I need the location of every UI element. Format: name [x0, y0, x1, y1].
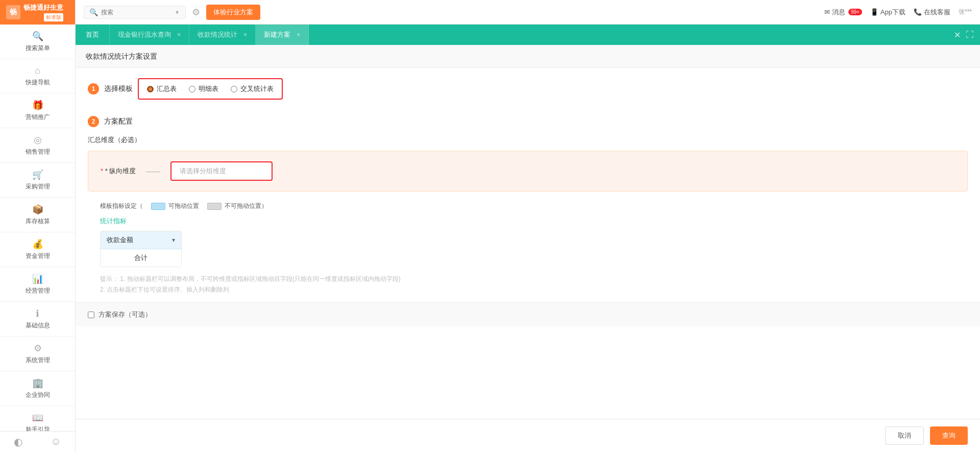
sidebar-item-operation[interactable]: 📊 经营管理: [0, 267, 75, 302]
indicator-section-label: 统计指标: [100, 217, 955, 226]
template-radio-group: 汇总表 明细表 交叉统计表: [138, 78, 283, 100]
required-star: *: [101, 167, 103, 175]
indicator-table: 收款金额 ▾ 合计: [100, 231, 182, 267]
username-label: 张***: [959, 8, 972, 16]
dimension-section-title: 汇总维度（必选）: [88, 135, 968, 145]
finance-icon: 💰: [32, 239, 43, 250]
trial-button[interactable]: 体验行业方案: [206, 5, 260, 20]
section1-header: 1 选择模板 汇总表 明细表 交叉统计表: [88, 78, 968, 100]
vertical-dimension-label: * * 纵向维度: [101, 166, 136, 176]
tab-expand-button[interactable]: ⛶: [966, 30, 974, 39]
app-icon: 📱: [870, 8, 878, 16]
search-input[interactable]: [101, 9, 173, 16]
tab-bar-actions: ✕ ⛶: [948, 25, 980, 45]
sidebar-item-finance[interactable]: 💰 资金管理: [0, 232, 75, 267]
indicator-header[interactable]: 收款金额 ▾: [101, 231, 181, 249]
legend-draggable: 可拖动位置: [151, 202, 199, 210]
sidebar-item-sales[interactable]: ◎ 销售管理: [0, 128, 75, 163]
logo-text: 畅捷通好生意 标准版: [23, 3, 63, 21]
dimension-selector[interactable]: 请选择分组维度: [170, 161, 273, 181]
tab-bar: 首页 现金银行流水查询 × 收款情况统计 × 新建方案 × ✕ ⛶: [76, 25, 980, 45]
operation-icon: 📊: [32, 273, 43, 284]
section1-number: 1: [88, 83, 99, 94]
tab-new-plan[interactable]: 新建方案 ×: [256, 25, 309, 45]
customer-service-item[interactable]: 📞 在线客服: [914, 8, 950, 17]
save-option-label: 方案保存（可选）: [99, 310, 152, 319]
sidebar-item-basic[interactable]: ℹ 基础信息: [0, 302, 75, 337]
sidebar-item-search-menu[interactable]: 🔍 搜索菜单: [0, 25, 75, 59]
sales-icon: ◎: [34, 134, 42, 146]
legend-non-draggable: 不可拖动位置）: [207, 202, 267, 210]
tab-bank-flow[interactable]: 现金银行流水查询 ×: [110, 25, 189, 45]
sidebar-item-quick-nav[interactable]: ⌂ 快捷导航: [0, 59, 75, 93]
radio-detail-input[interactable]: [189, 86, 195, 92]
radio-summary[interactable]: 汇总表: [147, 84, 177, 93]
sidebar-item-purchase[interactable]: 🛒 采购管理: [0, 163, 75, 198]
main-area: 🔍 ▾ ⚙ 体验行业方案 ✉ 消息 99+ 📱 App下载 📞 在线客服 张**…: [76, 0, 980, 452]
tab-home[interactable]: 首页: [76, 25, 110, 45]
dimension-area: * * 纵向维度 —— 请选择分组维度: [88, 151, 968, 192]
message-badge: 99+: [848, 9, 862, 15]
indicator-legend: 模板指标设定（ 可拖动位置 不可拖动位置）: [100, 202, 955, 210]
cancel-button[interactable]: 取消: [885, 426, 924, 445]
draggable-box: [151, 203, 165, 210]
message-item[interactable]: ✉ 消息 99+: [824, 8, 862, 17]
system-icon: ⚙: [34, 343, 42, 354]
sidebar-item-enterprise[interactable]: 🏢 企业协同: [0, 371, 75, 406]
search-menu-icon: 🔍: [32, 31, 43, 42]
tip-2: 2. 点击标题栏下拉可设置排序、插入列和删除列: [100, 286, 955, 294]
save-checkbox[interactable]: [88, 312, 94, 318]
settings-icon[interactable]: ⚙: [192, 7, 200, 18]
radio-detail[interactable]: 明细表: [189, 84, 218, 93]
tab-close-all-button[interactable]: ✕: [954, 30, 961, 40]
sidebar-menu: 🔍 搜索菜单 ⌂ 快捷导航 🎁 营销推广 ◎ 销售管理 🛒 采购管理 📦 库存核…: [0, 25, 75, 431]
content-area: 收款情况统计方案设置 1 选择模板 汇总表 明细表: [76, 45, 980, 452]
sidebar-item-system[interactable]: ⚙ 系统管理: [0, 337, 75, 371]
basic-icon: ℹ: [36, 308, 39, 319]
guide-icon: 📖: [32, 412, 43, 423]
header-right: ✉ 消息 99+ 📱 App下载 📞 在线客服 张***: [824, 8, 972, 17]
customer-service-icon: 📞: [914, 8, 922, 16]
message-icon: ✉: [824, 8, 830, 16]
inventory-icon: 📦: [32, 204, 43, 215]
sidebar-item-marketing[interactable]: 🎁 营销推广: [0, 93, 75, 128]
sidebar-item-inventory[interactable]: 📦 库存核算: [0, 198, 75, 232]
section2-header: 2 方案配置: [88, 116, 968, 127]
dimension-arrow: ——: [146, 167, 160, 175]
dimension-row: * * 纵向维度 —— 请选择分组维度: [101, 161, 955, 181]
sidebar: 畅 畅捷通好生意 标准版 🔍 搜索菜单 ⌂ 快捷导航 🎁 营销推广 ◎ 销售管理…: [0, 0, 76, 452]
enterprise-icon: 🏢: [32, 377, 43, 389]
sidebar-item-guide[interactable]: 📖 新手引导: [0, 406, 75, 431]
section-template: 1 选择模板 汇总表 明细表 交叉统计表: [76, 68, 980, 108]
radio-cross-input[interactable]: [231, 86, 237, 92]
search-icon: 🔍: [89, 8, 98, 16]
radio-summary-input[interactable]: [147, 86, 154, 92]
search-bar[interactable]: 🔍 ▾: [84, 6, 186, 19]
app-download-item[interactable]: 📱 App下载: [870, 8, 905, 17]
sidebar-bottom-icon1[interactable]: ◐: [14, 436, 22, 448]
radio-cross[interactable]: 交叉统计表: [231, 84, 274, 93]
tip-1: 提示： 1. 拖动标题栏可以调整布局，不可跨维度或指标区域拖动目字段(只能在同一…: [100, 275, 955, 283]
tab-payment-stats[interactable]: 收款情况统计 ×: [189, 25, 256, 45]
tips-area: 提示： 1. 拖动标题栏可以调整布局，不可跨维度或指标区域拖动目字段(只能在同一…: [88, 269, 968, 302]
top-header: 🔍 ▾ ⚙ 体验行业方案 ✉ 消息 99+ 📱 App下载 📞 在线客服 张**…: [76, 0, 980, 25]
sidebar-bottom-icon2[interactable]: ☺: [51, 436, 61, 448]
indicator-row-total: 合计: [101, 249, 181, 267]
footer-bar: 取消 查询: [76, 419, 980, 452]
tab-payment-stats-close[interactable]: ×: [243, 31, 247, 38]
section1-title: 选择模板: [104, 84, 133, 93]
tab-bank-flow-close[interactable]: ×: [177, 31, 181, 38]
section2-number: 2: [88, 116, 99, 127]
tab-new-plan-close[interactable]: ×: [297, 31, 300, 38]
page-title: 收款情况统计方案设置: [76, 45, 980, 68]
purchase-icon: 🛒: [32, 169, 43, 180]
save-option: 方案保存（可选）: [76, 302, 980, 326]
query-button[interactable]: 查询: [930, 426, 968, 445]
section-config: 2 方案配置 汇总维度（必选） * * 纵向维度 —— 请选择分组维度: [76, 108, 980, 302]
search-dropdown-icon[interactable]: ▾: [176, 9, 179, 16]
sidebar-bottom: ◐ ☺: [0, 431, 75, 452]
indicator-settings: 模板指标设定（ 可拖动位置 不可拖动位置） 统计指标: [88, 202, 968, 269]
marketing-icon: 🎁: [32, 100, 43, 111]
indicator-dropdown-arrow[interactable]: ▾: [172, 236, 175, 244]
section2-title: 方案配置: [104, 117, 133, 126]
